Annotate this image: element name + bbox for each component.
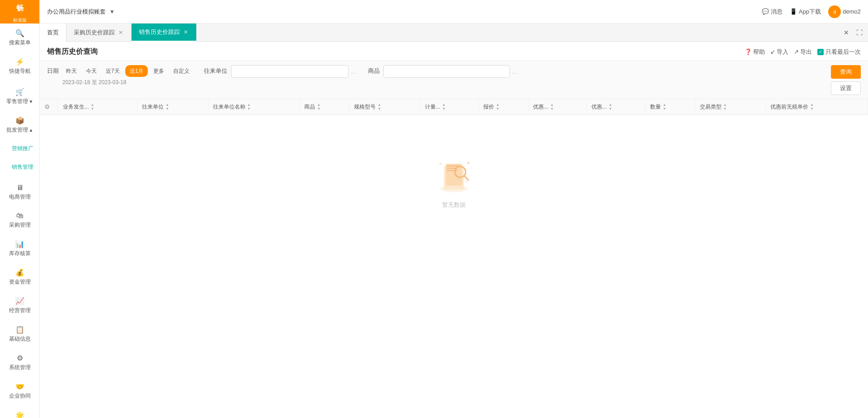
sidebar-item-finance[interactable]: 💰 资金管理: [0, 263, 39, 291]
th-pretax-price: 优惠前无税单价 ▲▼: [766, 99, 868, 115]
empty-illustration: [431, 155, 476, 195]
th-qty: 数量 ▲▼: [645, 99, 695, 115]
corp-icon: 🤝: [15, 382, 24, 391]
sort-arrows-qty[interactable]: ▲▼: [663, 103, 666, 111]
th-biz-date: 业务发生... ▲▼: [58, 99, 137, 115]
sort-arrows-partner-name[interactable]: ▲▼: [247, 103, 251, 111]
nav-icon: ⚡: [15, 57, 24, 66]
sidebar-item-label: 基础信息: [9, 335, 31, 343]
sidebar-item-wholesale[interactable]: 📦 批发管理 ▲: [0, 111, 39, 139]
tab-close-all[interactable]: ✕: [842, 27, 851, 38]
sort-arrows-biz-date[interactable]: ▲▼: [91, 103, 94, 111]
tab-purchase-label: 采购历史价跟踪: [74, 28, 115, 37]
th-discount1: 优惠... ▲▼: [528, 99, 586, 115]
only-last-checkbox-wrap[interactable]: 只看最后一次: [817, 48, 861, 56]
sidebar-item-basic[interactable]: 📋 基础信息: [0, 320, 39, 348]
sort-arrows-goods[interactable]: ▲▼: [317, 103, 321, 111]
sidebar-item-label: 资金管理: [9, 278, 31, 286]
sort-arrows-trade-type[interactable]: ▲▼: [723, 103, 727, 111]
sidebar-item-marketing[interactable]: 营销推广: [0, 139, 39, 158]
help-icon: ❓: [745, 48, 752, 55]
tab-sales-close[interactable]: ✕: [183, 29, 189, 35]
topbar-right: 💬 消息 📱 App下载 d demo2: [762, 5, 861, 18]
sidebar-item-label: 采购管理: [9, 221, 31, 229]
table-header-row: ⚙ 业务发生... ▲▼ 往来单位 ▲▼: [40, 99, 868, 115]
sort-arrows-quote[interactable]: ▲▼: [496, 103, 500, 111]
table-body: 暂无数据: [40, 115, 868, 249]
goods-input[interactable]: [383, 65, 510, 78]
sort-arrows-pretax-price[interactable]: ▲▼: [810, 103, 814, 111]
action-buttons: 查询 设置: [831, 65, 861, 95]
sidebar-item-purchase[interactable]: 🛍 采购管理: [0, 206, 39, 234]
purchase-icon: 🛍: [16, 212, 24, 220]
th-spec: 规格型号 ▲▼: [349, 99, 420, 115]
date-buttons: 昨天 今天 近7天 近1月 更多 自定义 2023-02-18 至 2023-0…: [62, 65, 193, 86]
date-btn-1month[interactable]: 近1月: [125, 65, 148, 77]
tab-purchase-close[interactable]: ✕: [118, 29, 124, 36]
download-icon: 📱: [790, 8, 797, 15]
goods-filter-label: 商品: [368, 65, 380, 77]
th-partner-name: 往来单位名称 ▲▼: [208, 99, 300, 115]
sort-arrows-unit[interactable]: ▲▼: [442, 103, 446, 111]
sort-arrows-discount2[interactable]: ▲▼: [609, 103, 612, 111]
tabbar-actions: ✕ ⛶: [842, 27, 868, 38]
sort-arrows-spec[interactable]: ▲▼: [377, 103, 381, 111]
setting-button[interactable]: 设置: [831, 81, 861, 95]
sort-arrows-discount1[interactable]: ▲▼: [550, 103, 554, 111]
partner-input[interactable]: [231, 65, 349, 78]
search-icon: 🔍: [15, 29, 24, 38]
sidebar-item-sales-mgmt[interactable]: 销售管理: [0, 158, 39, 176]
svg-text:畅: 畅: [16, 4, 24, 12]
svg-point-11: [467, 162, 469, 164]
topbar: 办公用品行业模拟账套 ▼ 💬 消息 📱 App下载 d demo2: [40, 0, 868, 24]
topbar-title: 办公用品行业模拟账套: [47, 8, 106, 16]
message-button[interactable]: 💬 消息: [762, 8, 783, 16]
partner-dots[interactable]: ...: [349, 68, 357, 75]
date-btn-today[interactable]: 今天: [82, 65, 100, 77]
tab-home[interactable]: 首页: [40, 24, 66, 42]
inventory-icon: 📊: [15, 240, 24, 248]
tab-purchase-history[interactable]: 采购历史价跟踪 ✕: [66, 24, 132, 42]
date-btn-yesterday[interactable]: 昨天: [62, 65, 80, 77]
app-download-button[interactable]: 📱 App下载: [790, 8, 821, 16]
sidebar-item-label: 经营管理: [9, 307, 31, 314]
export-button[interactable]: ↗ 导出: [794, 48, 812, 56]
basic-icon: 📋: [15, 325, 24, 334]
sidebar-item-corp[interactable]: 🤝 企业协同: [0, 377, 39, 405]
sidebar-item-system[interactable]: ⚙ 系统管理: [0, 348, 39, 377]
app-logo[interactable]: 畅 标准版: [0, 0, 39, 24]
empty-text: 暂无数据: [442, 201, 466, 209]
sidebar-item-search-menu[interactable]: 🔍 搜索菜单: [0, 24, 39, 52]
svg-rect-7: [447, 170, 458, 171]
date-btn-7days[interactable]: 近7天: [102, 65, 123, 77]
sidebar-item-label: 库存核算: [9, 250, 31, 257]
user-menu[interactable]: d demo2: [828, 5, 861, 18]
tab-sales-history[interactable]: 销售历史价跟踪 ✕: [132, 24, 197, 42]
date-btn-more[interactable]: 更多: [150, 65, 168, 77]
svg-point-10: [439, 163, 441, 165]
main-area: 办公用品行业模拟账套 ▼ 💬 消息 📱 App下载 d demo2 首页: [40, 0, 868, 418]
only-last-checkbox[interactable]: [817, 49, 824, 55]
query-button[interactable]: 查询: [831, 65, 861, 79]
settings-icon[interactable]: ⚙: [44, 103, 50, 110]
help-button[interactable]: ❓ 帮助: [745, 48, 765, 56]
sort-arrows-partner-code[interactable]: ▲▼: [165, 103, 169, 111]
sidebar-item-ecom[interactable]: 🖥 电商管理: [0, 178, 39, 206]
import-button[interactable]: ↙ 导入: [770, 48, 788, 56]
sidebar-item-retail[interactable]: 🛒 零售管理 ▼: [0, 82, 39, 111]
page-actions: ❓ 帮助 ↙ 导入 ↗ 导出 只看最后一次: [745, 48, 861, 56]
sidebar-item-inventory[interactable]: 📊 库存核算: [0, 234, 39, 263]
sidebar-item-newbie[interactable]: 🌟 新手引导: [0, 405, 39, 418]
sidebar-item-ops[interactable]: 📈 经营管理: [0, 291, 39, 320]
export-icon: ↗: [794, 48, 799, 55]
sidebar-item-quick-nav[interactable]: ⚡ 快捷导航: [0, 52, 39, 81]
date-btn-custom[interactable]: 自定义: [170, 65, 193, 77]
partner-filter-label: 往来单位: [204, 65, 227, 77]
page-title: 销售历史价查询: [47, 47, 98, 57]
topbar-dropdown[interactable]: ▼: [109, 9, 115, 15]
sidebar-item-label: 营销推广: [12, 145, 33, 152]
goods-dots[interactable]: ...: [510, 68, 519, 75]
goods-filter-group: 商品 ...: [368, 65, 519, 78]
message-icon: 💬: [762, 8, 769, 15]
tab-maximize[interactable]: ⛶: [854, 27, 864, 38]
